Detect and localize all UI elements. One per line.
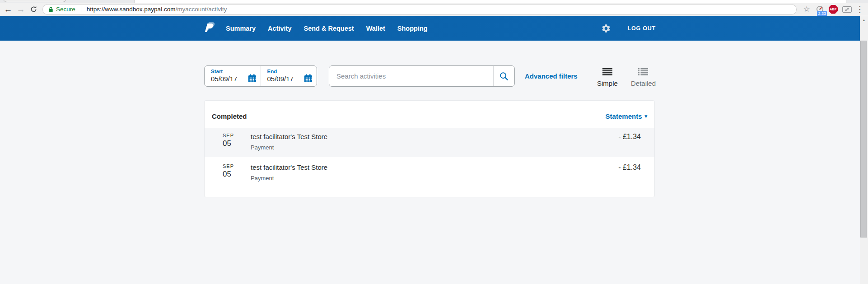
activity-card-header: Completed Statements ▾	[205, 101, 654, 120]
statements-label: Statements	[606, 112, 642, 120]
bookmark-star-button[interactable]: ☆	[800, 3, 813, 16]
secure-label: Secure	[56, 6, 75, 13]
lock-icon	[48, 6, 53, 13]
nav-item-send-request[interactable]: Send & Request	[303, 25, 354, 32]
primary-nav: Summary Activity Send & Request Wallet S…	[226, 25, 428, 32]
view-detailed-toggle[interactable]: Detailed	[631, 68, 656, 87]
advanced-filters-link[interactable]: Advanced filters	[525, 72, 578, 80]
statements-dropdown[interactable]: Statements ▾	[606, 112, 647, 120]
extension-badge: 2.33	[817, 11, 827, 16]
forward-button[interactable]: →	[14, 3, 27, 16]
reload-button[interactable]	[27, 3, 40, 16]
back-button[interactable]: ←	[2, 3, 14, 16]
transaction-date: SEP 05	[223, 163, 245, 179]
transaction-title: test facilitator's Test Store	[251, 133, 327, 140]
transaction-type: Payment	[251, 175, 327, 182]
transaction-title: test facilitator's Test Store	[251, 163, 327, 171]
calendar-icon[interactable]	[248, 74, 257, 83]
date-range-picker: Start 05/09/17 End 0	[204, 65, 317, 87]
start-date-field[interactable]: Start 05/09/17	[205, 66, 261, 86]
search-box	[329, 65, 515, 87]
start-date-label: Start	[211, 69, 256, 74]
search-icon	[499, 71, 509, 81]
detailed-label: Detailed	[631, 79, 656, 87]
star-icon: ☆	[803, 5, 810, 13]
secure-chip[interactable]: Secure	[48, 6, 75, 13]
transaction-list: SEP 05 test facilitator's Test Store Pay…	[205, 128, 654, 188]
transaction-month: SEP	[223, 133, 245, 138]
transaction-day: 05	[223, 139, 245, 148]
url-bar[interactable]: Secure https://www.sandbox.paypal.com /m…	[42, 4, 797, 15]
view-toggles: Simple Detailed	[596, 65, 656, 87]
transaction-row[interactable]: SEP 05 test facilitator's Test Store Pay…	[205, 157, 654, 188]
chevron-down-icon: ▾	[644, 114, 647, 119]
nav-item-shopping[interactable]: Shopping	[397, 25, 428, 32]
transaction-day: 05	[223, 170, 245, 179]
simple-label: Simple	[596, 79, 619, 87]
browser-menu-button[interactable]: ⋮	[854, 3, 866, 16]
gear-icon	[601, 23, 611, 33]
scrollbar: ▲	[860, 16, 868, 284]
nav-item-wallet[interactable]: Wallet	[366, 25, 385, 32]
section-title: Completed	[212, 112, 247, 120]
end-date-field[interactable]: End 05/09/17	[261, 66, 317, 86]
menu-dots-icon: ⋮	[856, 5, 864, 14]
paypal-header: Summary Activity Send & Request Wallet S…	[0, 16, 860, 41]
scroll-up-icon: ▲	[863, 19, 866, 22]
search-input[interactable]	[329, 66, 493, 86]
extension-adblock-button[interactable]: ABP	[826, 3, 840, 16]
forward-icon: →	[17, 5, 25, 14]
back-icon: ←	[4, 5, 13, 14]
extension-speedtest-button[interactable]: 2.33	[813, 3, 826, 16]
calendar-icon[interactable]	[304, 74, 313, 83]
detailed-view-icon	[638, 68, 648, 75]
transaction-amount: - £1.34	[618, 133, 641, 141]
settings-button[interactable]	[601, 23, 611, 33]
transaction-amount: - £1.34	[618, 163, 641, 172]
reload-icon	[30, 5, 37, 13]
transaction-type: Payment	[251, 144, 327, 151]
end-date-label: End	[267, 69, 313, 74]
window-resize-icon	[842, 6, 852, 13]
logout-button[interactable]: LOG OUT	[627, 25, 656, 32]
transaction-info: test facilitator's Test Store Payment	[251, 163, 327, 182]
transaction-row[interactable]: SEP 05 test facilitator's Test Store Pay…	[205, 128, 654, 157]
transaction-date: SEP 05	[223, 133, 245, 148]
simple-view-icon	[602, 68, 612, 75]
url-text: https://www.sandbox.paypal.com	[87, 6, 176, 13]
nav-item-activity[interactable]: Activity	[268, 25, 291, 32]
paypal-logo[interactable]	[204, 22, 216, 35]
screen: ← → Secure https://www.sandbox.paypal.co…	[0, 0, 868, 284]
scroll-up-button[interactable]: ▲	[860, 16, 868, 23]
view-simple-toggle[interactable]: Simple	[596, 68, 619, 87]
url-path-text: /myaccount/activity	[175, 6, 227, 13]
page-background: Start 05/09/17 End 0	[0, 41, 860, 284]
browser-tab-inactive[interactable]	[3, 0, 66, 2]
filter-row: Start 05/09/17 End 0	[204, 65, 656, 87]
url-divider	[81, 6, 81, 13]
extension-resizer-button[interactable]	[840, 3, 854, 16]
nav-item-summary[interactable]: Summary	[226, 25, 256, 32]
activity-card: Completed Statements ▾ SEP 05 test facil…	[204, 100, 655, 197]
browser-toolbar: ← → Secure https://www.sandbox.paypal.co…	[0, 3, 868, 16]
transaction-month: SEP	[223, 163, 245, 169]
transaction-info: test facilitator's Test Store Payment	[251, 133, 327, 151]
abp-icon: ABP	[829, 5, 838, 14]
scrollbar-thumb[interactable]	[860, 41, 867, 237]
search-button[interactable]	[493, 66, 514, 86]
